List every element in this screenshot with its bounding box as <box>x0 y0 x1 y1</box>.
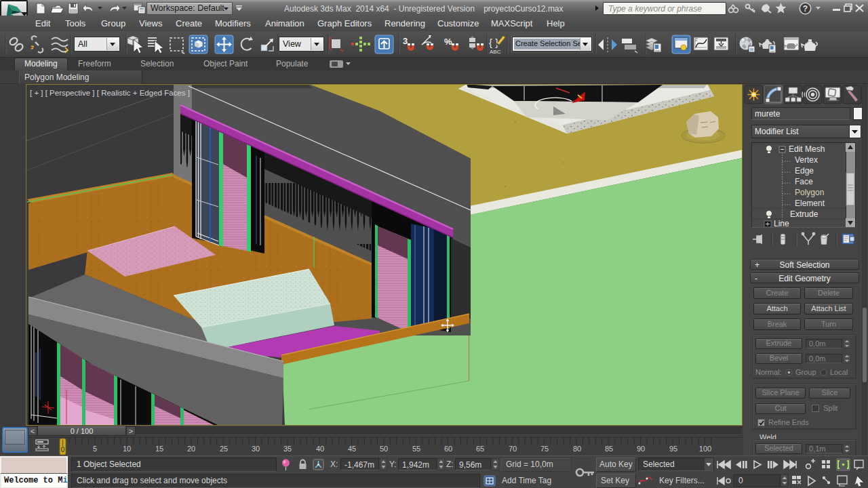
svg-text:Extrude: Extrude <box>790 209 818 219</box>
svg-text:50: 50 <box>380 445 388 453</box>
svg-text:5: 5 <box>93 445 97 453</box>
svg-text:Vertex: Vertex <box>795 155 818 165</box>
svg-text:60: 60 <box>444 445 452 453</box>
svg-text:25: 25 <box>220 445 228 453</box>
svg-text:70: 70 <box>509 445 517 453</box>
svg-text:?: ? <box>803 4 808 14</box>
svg-text:Polygon: Polygon <box>795 188 824 197</box>
svg-text:65: 65 <box>476 445 484 453</box>
svg-text:10: 10 <box>123 445 131 453</box>
svg-text:3: 3 <box>403 36 408 46</box>
svg-text:Edge: Edge <box>795 166 814 176</box>
svg-text:40: 40 <box>316 445 324 453</box>
svg-text:95: 95 <box>669 445 677 453</box>
svg-text:45: 45 <box>348 445 356 453</box>
svg-text:ABC: ABC <box>490 49 501 55</box>
svg-text:Line: Line <box>774 219 789 227</box>
svg-text:35: 35 <box>283 445 292 453</box>
svg-text:75: 75 <box>540 445 549 453</box>
svg-text:80: 80 <box>573 445 581 453</box>
svg-text:Edit Mesh: Edit Mesh <box>789 144 825 154</box>
svg-text:[ + ] [ Perspective ] [ Realis: [ + ] [ Perspective ] [ Realistic + Edge… <box>30 89 190 97</box>
svg-text:0: 0 <box>61 446 65 453</box>
svg-text:15: 15 <box>155 445 163 453</box>
svg-text:Element: Element <box>795 199 825 208</box>
svg-text:55: 55 <box>412 445 420 453</box>
svg-text:Face: Face <box>795 177 813 186</box>
svg-text:20: 20 <box>187 445 195 453</box>
svg-text:85: 85 <box>605 445 613 453</box>
svg-text:90: 90 <box>637 445 645 453</box>
svg-text:0: 0 <box>738 476 743 485</box>
svg-text:100: 100 <box>699 445 711 453</box>
svg-text:{ }: { } <box>489 37 498 48</box>
svg-text:30: 30 <box>252 445 260 453</box>
svg-text:%: % <box>444 37 452 47</box>
